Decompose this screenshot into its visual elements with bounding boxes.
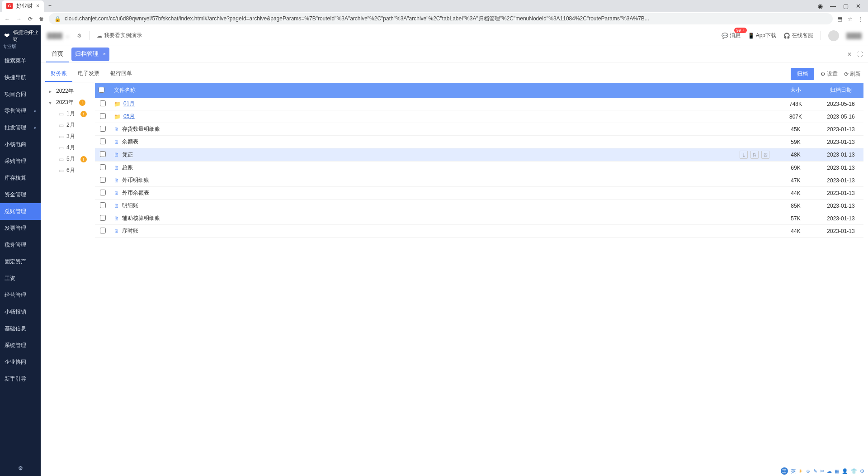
- export-action-icon[interactable]: ⎘: [750, 151, 759, 159]
- row-checkbox[interactable]: [100, 177, 106, 183]
- os-icon[interactable]: 👤: [842, 468, 848, 474]
- tree-month[interactable]: ▭ 4月: [45, 142, 95, 153]
- table-row[interactable]: 🗎序时账44K2023-01-13: [95, 225, 863, 238]
- sidebar-item[interactable]: 采购管理: [0, 153, 41, 170]
- sub-tab[interactable]: 电子发票: [72, 66, 105, 82]
- sidebar-item[interactable]: 搜索菜单: [0, 52, 41, 69]
- sidebar-item[interactable]: 资金管理: [0, 186, 41, 203]
- sidebar-item[interactable]: 批发管理▾: [0, 119, 41, 136]
- sidebar-item[interactable]: 零售管理▾: [0, 103, 41, 119]
- folder-link[interactable]: 01月: [123, 100, 135, 108]
- sidebar-item[interactable]: 项目合同: [0, 86, 41, 103]
- tab-close-icon[interactable]: ×: [36, 3, 39, 9]
- download-button[interactable]: 📱 App下载: [748, 32, 776, 39]
- sidebar-item[interactable]: 小畅报销: [0, 304, 41, 320]
- os-icon[interactable]: ✎: [813, 468, 817, 474]
- row-checkbox[interactable]: [100, 215, 106, 221]
- sidebar-item[interactable]: 总账管理: [0, 203, 41, 220]
- row-checkbox[interactable]: [100, 100, 106, 106]
- sidebar-item[interactable]: 快捷导航: [0, 69, 41, 86]
- tab-archive[interactable]: 归档管理 ×: [71, 48, 109, 61]
- tree-month[interactable]: ▭ 2月: [45, 119, 95, 131]
- ime-icon[interactable]: 王: [781, 467, 788, 475]
- archive-button[interactable]: 归档: [791, 68, 814, 80]
- row-checkbox[interactable]: [100, 190, 106, 195]
- row-checkbox[interactable]: [100, 113, 106, 119]
- tree-month[interactable]: ▭ 5月!: [45, 153, 95, 165]
- sidebar-item[interactable]: 新手引导: [0, 371, 41, 387]
- sidebar-item[interactable]: 经营管理: [0, 287, 41, 304]
- tree-month[interactable]: ▭ 6月: [45, 165, 95, 176]
- sidebar-settings-icon[interactable]: ⚙: [0, 461, 41, 476]
- os-icon[interactable]: ☺: [806, 468, 811, 474]
- os-icon[interactable]: ✂: [820, 468, 824, 474]
- menu-icon[interactable]: ⋮: [858, 16, 863, 22]
- table-row[interactable]: 🗎存货数量明细账45K2023-01-13: [95, 123, 863, 136]
- folder-link[interactable]: 05月: [123, 113, 135, 120]
- tab-home[interactable]: 首页: [46, 46, 69, 62]
- messages-button[interactable]: 💬 消息 99 +: [722, 32, 741, 39]
- sub-tab[interactable]: 银行回单: [105, 66, 137, 82]
- row-checkbox[interactable]: [100, 164, 106, 170]
- sidebar-item[interactable]: 库存核算: [0, 170, 41, 186]
- table-row[interactable]: 🗎余额表59K2023-01-13: [95, 136, 863, 148]
- os-icon[interactable]: ▦: [835, 468, 839, 474]
- reload-icon[interactable]: ⟳: [28, 16, 33, 22]
- close-window-icon[interactable]: ✕: [856, 3, 861, 10]
- service-button[interactable]: 🎧 在线客服: [783, 32, 813, 39]
- header-checkbox[interactable]: [95, 83, 110, 98]
- sidebar-item[interactable]: 工资: [0, 270, 41, 287]
- table-row[interactable]: 🗎辅助核算明细账57K2023-01-13: [95, 212, 863, 225]
- forward-icon[interactable]: →: [16, 16, 22, 22]
- sidebar-item[interactable]: 企业协同: [0, 354, 41, 371]
- settings-dot-icon[interactable]: ◉: [818, 3, 823, 10]
- os-icon[interactable]: ☁: [827, 468, 832, 474]
- row-checkbox[interactable]: [100, 138, 106, 144]
- fullscreen-icon[interactable]: ⛶: [857, 51, 863, 57]
- star-icon[interactable]: ☆: [848, 16, 853, 22]
- row-checkbox[interactable]: [100, 126, 106, 132]
- tab-close-icon[interactable]: ×: [103, 51, 106, 57]
- sidebar-item[interactable]: 系统管理: [0, 337, 41, 354]
- table-row[interactable]: 📁01月748K2023-05-16: [95, 98, 863, 110]
- table-row[interactable]: 🗎明细账85K2023-01-13: [95, 200, 863, 212]
- row-checkbox[interactable]: [100, 151, 106, 157]
- browser-tab[interactable]: C 好业财 ×: [2, 0, 44, 12]
- trash-icon[interactable]: 🗑: [39, 16, 44, 22]
- tree-month[interactable]: ▭ 3月: [45, 131, 95, 142]
- sidebar-item[interactable]: 税务管理: [0, 237, 41, 253]
- tree-year[interactable]: ▾2023年!: [45, 97, 95, 108]
- topbar-gear-icon[interactable]: ⚙: [77, 33, 82, 39]
- row-checkbox[interactable]: [100, 202, 106, 208]
- minimize-icon[interactable]: —: [830, 3, 836, 10]
- install-icon[interactable]: ⬒: [837, 16, 842, 22]
- table-row[interactable]: 🗎外币余额表44K2023-01-13: [95, 187, 863, 200]
- ime-lang[interactable]: 英: [791, 468, 796, 475]
- sidebar-item[interactable]: 发票管理: [0, 220, 41, 237]
- table-row[interactable]: 📁05月807K2023-05-16: [95, 110, 863, 123]
- tree-year[interactable]: ▸2022年: [45, 86, 95, 97]
- new-tab-button[interactable]: +: [44, 3, 56, 9]
- sidebar-item[interactable]: 基础信息: [0, 320, 41, 337]
- company-selector[interactable]: ████ ⌄: [47, 33, 70, 39]
- download-action-icon[interactable]: ⤓: [740, 151, 748, 159]
- delete-action-icon[interactable]: ☒: [761, 151, 769, 159]
- row-checkbox[interactable]: [100, 228, 106, 233]
- sidebar-item[interactable]: 小畅电商: [0, 136, 41, 153]
- maximize-icon[interactable]: ▢: [843, 3, 849, 10]
- table-row[interactable]: 🗎总账69K2023-01-13: [95, 162, 863, 174]
- back-icon[interactable]: ←: [5, 16, 10, 22]
- refresh-link[interactable]: ⟳刷新: [844, 70, 861, 78]
- settings-link[interactable]: ⚙设置: [821, 70, 838, 78]
- close-all-icon[interactable]: ✕: [847, 51, 852, 57]
- os-icon[interactable]: ☀: [798, 468, 803, 474]
- demo-link[interactable]: ☁ 我要看实例演示: [97, 32, 142, 39]
- os-icon[interactable]: ⚙: [860, 468, 864, 474]
- sidebar-item[interactable]: 固定资产: [0, 253, 41, 270]
- url-input[interactable]: 🔒 cloud.chanjet.com/cc/u6d89qwnryel/57bf…: [49, 13, 833, 24]
- os-icon[interactable]: 👕: [851, 468, 857, 474]
- table-row[interactable]: 🗎凭证⤓⎘☒48K2023-01-13: [95, 148, 863, 162]
- sub-tab[interactable]: 财务账: [45, 66, 72, 82]
- avatar[interactable]: [828, 30, 839, 41]
- tree-month[interactable]: ▭ 1月!: [45, 108, 95, 119]
